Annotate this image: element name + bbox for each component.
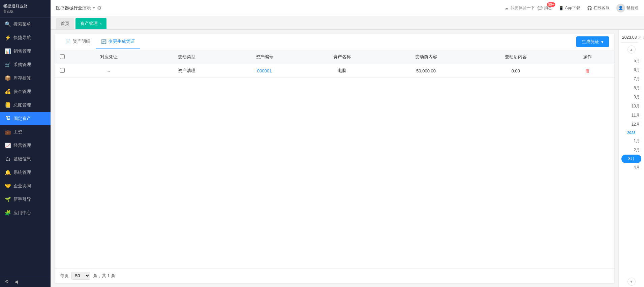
operations-icon: 📈	[5, 142, 11, 149]
tab-asset-mgmt[interactable]: 资产管理 ×	[75, 18, 106, 29]
experience-btn[interactable]: ☁ 我要体验一下	[504, 5, 535, 11]
inventory-icon: 📦	[5, 75, 11, 81]
sidebar-label-sales: 销售管理	[13, 48, 31, 54]
sidebar-item-basic-info[interactable]: 🗂基础信息	[0, 152, 51, 166]
page-content: 📄 资产明细 🔄 变更生成凭证 生成凭证 ▾	[55, 34, 614, 283]
generate-label: 生成凭证	[582, 39, 599, 45]
cal-month-item[interactable]: 10月	[619, 102, 644, 111]
tabbar: 首页 资产管理 ×	[51, 16, 644, 30]
calendar-scroll-up[interactable]: ▲	[619, 44, 644, 55]
col-voucher: 对应凭证	[70, 50, 148, 64]
sidebar-item-search[interactable]: 🔍搜索菜单	[0, 18, 51, 31]
per-page-label: 每页	[60, 273, 69, 279]
guide-icon: 🌱	[5, 196, 11, 202]
app-download-btn[interactable]: 📱 App下载	[559, 5, 580, 11]
ledger-icon: 📒	[5, 102, 11, 108]
content-area: 📄 资产明细 🔄 变更生成凭证 生成凭证 ▾	[51, 30, 644, 287]
calendar-header: 2023.03	[621, 32, 638, 43]
sidebar-item-quick-nav[interactable]: ⚡快捷导航	[0, 31, 51, 44]
header-checkbox-cell	[55, 50, 70, 64]
sidebar-item-enterprise[interactable]: 🤝企业协同	[0, 179, 51, 193]
sidebar-nav: 🔍搜索菜单⚡快捷导航📊销售管理🛒采购管理📦库存核算💰资金管理📒总账管理🏗固定资产…	[0, 18, 51, 276]
sidebar-item-app-center[interactable]: 🧩应用中心	[0, 206, 51, 220]
sidebar-item-system[interactable]: 🔔系统管理	[0, 166, 51, 179]
sidebar-label-inventory: 库存核算	[13, 75, 31, 81]
cal-month-item[interactable]: 6月	[619, 65, 644, 74]
sidebar-item-operations[interactable]: 📈经营管理	[0, 139, 51, 152]
system-icon: 🔔	[5, 169, 11, 176]
col-action: 操作	[561, 50, 614, 64]
sub-tabs-row: 📄 资产明细 🔄 变更生成凭证 生成凭证 ▾	[55, 34, 614, 50]
sidebar-label-search: 搜索菜单	[13, 21, 31, 27]
table-header-row: 对应凭证 变动类型 资产编号 资产名称 变动前内容 变动后内容 操作	[55, 50, 614, 64]
calendar-close-icon[interactable]: ×	[643, 35, 644, 40]
sidebar-item-guide[interactable]: 🌱新手引导	[0, 193, 51, 206]
col-change-type: 变动类型	[148, 50, 226, 64]
sidebar-label-app-center: 应用中心	[13, 210, 31, 216]
cloud-icon: ☁	[504, 6, 509, 10]
table-footer: 每页 10 20 50 100 条，共 1 条	[55, 268, 614, 283]
col-asset-name: 资产名称	[303, 50, 381, 64]
tab-close-icon[interactable]: ×	[100, 22, 102, 26]
tab-home[interactable]: 首页	[56, 18, 74, 29]
sidebar-label-salary: 工资	[13, 129, 22, 135]
app-download-label: App下载	[565, 5, 580, 11]
user-profile-btn[interactable]: 👤 畅捷通	[616, 4, 639, 12]
cal-month-item[interactable]: 1月	[619, 136, 644, 146]
settings-icon[interactable]: ⚙	[5, 279, 9, 284]
sidebar-item-fixed-assets[interactable]: 🏗固定资产	[0, 112, 51, 125]
online-service-btn[interactable]: 🎧 在线客服	[587, 5, 610, 11]
cal-month-item[interactable]: 8月	[619, 84, 644, 93]
row-before: 50,000.00	[381, 64, 471, 78]
dropdown-icon[interactable]: ▾	[93, 6, 95, 10]
cal-month-item[interactable]: 11月	[619, 111, 644, 120]
sidebar-item-finance[interactable]: 💰资金管理	[0, 85, 51, 98]
settings-icon[interactable]: ⚙	[97, 5, 101, 11]
calendar-expand-icon[interactable]: ⤢	[638, 35, 641, 40]
sidebar-label-purchase: 采购管理	[13, 62, 31, 68]
sidebar-item-inventory[interactable]: 📦库存核算	[0, 71, 51, 85]
row-change-type: 资产清理	[148, 64, 226, 78]
salary-icon: 💼	[5, 129, 11, 135]
calendar-scroll-down[interactable]: ▼	[619, 276, 644, 287]
generate-voucher-button[interactable]: 生成凭证 ▾	[576, 36, 609, 47]
cal-month-item[interactable]: 5月	[619, 56, 644, 65]
sub-tab-asset-detail[interactable]: 📄 资产明细	[60, 34, 96, 49]
change-voucher-icon: 🔄	[101, 39, 106, 44]
cal-month-item[interactable]: 2月	[619, 146, 644, 155]
calendar-panel: 2023.03 ⤢ × ▲ 5月6月7月8月9月10月11月12月20231月2…	[618, 30, 644, 287]
message-icon: 💬	[538, 6, 543, 10]
sub-tab-change-voucher[interactable]: 🔄 变更生成凭证	[96, 34, 140, 49]
topbar-company: 医疗器械行业演示 ▾ ⚙	[56, 5, 502, 11]
select-all-checkbox[interactable]	[60, 54, 65, 59]
up-arrow-icon[interactable]: ▲	[627, 45, 636, 54]
row-checkbox[interactable]	[60, 68, 65, 73]
messages-badge: 99+	[547, 2, 555, 7]
enterprise-icon: 🤝	[5, 183, 11, 189]
sidebar-label-system: 系统管理	[13, 169, 31, 176]
down-arrow-icon[interactable]: ▼	[627, 278, 636, 286]
cal-month-item[interactable]: 4月	[619, 163, 644, 172]
sidebar-item-ledger[interactable]: 📒总账管理	[0, 98, 51, 112]
sidebar: 畅捷通好业财 普及版 🔍搜索菜单⚡快捷导航📊销售管理🛒采购管理📦库存核算💰资金管…	[0, 0, 51, 287]
cal-month-item[interactable]: 9月	[619, 93, 644, 102]
topbar-right: 💬 消息 99+ 📱 App下载 🎧 在线客服 👤 畅捷通	[538, 4, 639, 12]
cal-month-item[interactable]: 7月	[619, 74, 644, 84]
per-page-select[interactable]: 10 20 50 100	[71, 272, 90, 280]
sidebar-item-sales[interactable]: 📊销售管理	[0, 44, 51, 58]
messages-btn[interactable]: 💬 消息 99+	[538, 5, 552, 11]
delete-icon[interactable]: 🗑	[585, 68, 590, 74]
tab-asset-label: 资产管理	[80, 21, 98, 27]
cal-current-month[interactable]: 3月	[621, 155, 641, 163]
collapse-icon[interactable]: ◀	[14, 279, 18, 284]
online-service-label: 在线客服	[593, 5, 610, 11]
sidebar-item-purchase[interactable]: 🛒采购管理	[0, 58, 51, 71]
cal-month-item[interactable]: 12月	[619, 120, 644, 129]
sidebar-item-salary[interactable]: 💼工资	[0, 125, 51, 139]
sales-icon: 📊	[5, 48, 11, 54]
sidebar-label-basic-info: 基础信息	[13, 156, 31, 162]
table-wrap: 对应凭证 变动类型 资产编号 资产名称 变动前内容 变动后内容 操作 --	[55, 50, 614, 268]
total-label: 条，共 1 条	[93, 273, 115, 279]
col-after: 变动后内容	[471, 50, 560, 64]
row-asset-name: 电脑	[303, 64, 381, 78]
